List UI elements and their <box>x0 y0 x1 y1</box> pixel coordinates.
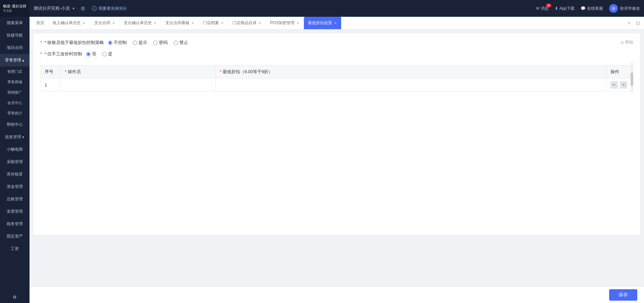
sidebar-item-label: 采购管理 <box>1 159 28 165</box>
tab-close-icon[interactable]: × <box>191 21 195 26</box>
manual-only-no[interactable]: 否 <box>86 51 96 57</box>
sidebar-item-invoice-manage[interactable]: 发票管理 <box>0 205 30 218</box>
sidebar-item-help-center[interactable]: 帮助中心 <box>0 118 30 131</box>
sidebar-item-member-center[interactable]: 会员中心 <box>0 98 30 108</box>
table-scrollbar-thumb <box>631 72 633 86</box>
cashier-policy-password-label: 密码 <box>159 40 168 46</box>
tab-label: 门店商品目录 <box>232 20 257 26</box>
table-header-row: 序号 * 操作员 * 最低折扣（9.00等于9折） 操作 <box>41 65 633 79</box>
service-icon: 💬 <box>581 6 586 11</box>
sidebar-settings-button[interactable]: ⚙ <box>0 291 30 303</box>
discount-table: 序号 * 操作员 * 最低折扣（9.00等于9折） 操作 <box>40 65 633 92</box>
sidebar-item-purchase-manage[interactable]: 采购管理 <box>0 156 30 168</box>
tab-label: 门店档案 <box>203 20 219 26</box>
tab-pos-password[interactable]: POS加密管理 × <box>266 17 304 30</box>
sidebar-item-payroll[interactable]: 工资 <box>0 243 30 255</box>
sidebar-item-label: 智慧门店 <box>1 69 28 74</box>
sidebar-item-search[interactable]: 搜索菜单 <box>0 17 30 29</box>
demo-link[interactable]: ○ 我要看实例演示 <box>92 6 127 11</box>
user-profile[interactable]: 徐 徐泽华修改 <box>609 4 640 13</box>
tab-label: 首页 <box>36 20 44 26</box>
sidebar-item-label: 零售统计 <box>1 111 28 116</box>
cashier-policy-forbid[interactable]: 禁止 <box>174 40 188 46</box>
tab-payment-board[interactable]: 支出合同看板 × <box>161 17 199 30</box>
sidebar-item-inventory[interactable]: 库存核算 <box>0 168 30 181</box>
table-scrollbar[interactable] <box>631 62 633 92</box>
help-link[interactable]: ⊙ 帮助 <box>621 40 633 45</box>
tab-close-icon[interactable]: × <box>112 21 115 26</box>
tab-min-discount[interactable]: 最低折扣设置 × <box>304 17 341 30</box>
sidebar-item-label: 小畅电商 <box>1 147 28 152</box>
table-cell-operator[interactable] <box>61 79 216 92</box>
col-header-action: 操作 <box>606 65 633 79</box>
col-header-seq: 序号 <box>41 65 61 79</box>
tab-payment-confirm[interactable]: 支出确认单历史 × <box>120 17 161 30</box>
sidebar-item-tax-manage[interactable]: 税务管理 <box>0 218 30 230</box>
app-download-button[interactable]: ⬇ App下载 <box>555 6 575 11</box>
sidebar-item-retail-manage[interactable]: 零售管理 ▲ <box>0 54 30 66</box>
sidebar-item-wholesale-manage[interactable]: 批发管理 ▼ <box>0 131 30 143</box>
username-label: 徐泽华修改 <box>620 6 640 11</box>
cashier-policy-no-control[interactable]: 不控制 <box>108 40 127 46</box>
messages-button[interactable]: ✉ 消息 8 <box>536 6 549 11</box>
sidebar-item-label: 工资 <box>1 246 28 252</box>
download-icon: ⬇ <box>555 6 558 11</box>
tabbar: 首页 收入确认单历史 × 支出合同 × 支出确认单历史 × 支出合同看板 × 门… <box>30 17 644 30</box>
sidebar-item-retail-stats[interactable]: 零售统计 <box>0 108 30 118</box>
page-card: ⊙ 帮助 * * 收银员低于最低折扣控制策略 不控制 提示 <box>34 34 640 235</box>
app-logo: 畅捷·通好业财 专业版 <box>0 0 30 17</box>
sidebar-item-online-store[interactable]: 零售商城 <box>0 77 30 87</box>
tab-close-icon[interactable]: × <box>258 21 262 26</box>
app-edition-badge: 专业版 <box>3 9 26 13</box>
sidebar-item-marketing[interactable]: 营销推广 <box>0 87 30 98</box>
tab-home[interactable]: 首页 <box>32 17 49 30</box>
settings-icon[interactable]: ⚙ <box>80 5 85 12</box>
tab-expand-button[interactable]: ⊡ <box>635 20 641 27</box>
tab-close-icon[interactable]: × <box>220 21 224 26</box>
help-text: 帮助 <box>625 40 633 45</box>
sidebar-item-ecommerce[interactable]: 小畅电商 <box>0 143 30 156</box>
sidebar-item-label: 快捷导航 <box>1 33 28 38</box>
cashier-policy-no-control-label: 不控制 <box>114 40 127 46</box>
delete-icon[interactable]: ✕ <box>620 81 627 89</box>
sidebar-item-label: 发票管理 <box>1 209 28 214</box>
sidebar-item-quick-nav[interactable]: 快捷导航 <box>0 29 30 42</box>
sidebar-item-accounting[interactable]: 总账管理 <box>0 193 30 205</box>
edit-icon[interactable]: ✏ <box>610 81 618 89</box>
tab-close-icon[interactable]: × <box>333 21 337 26</box>
manual-only-yes[interactable]: 是 <box>102 51 112 57</box>
tab-store-archive[interactable]: 门店档案 × <box>199 17 228 30</box>
table-cell-action: ✏ ✕ <box>606 79 633 92</box>
tab-close-all-button[interactable]: × <box>627 20 632 27</box>
topbar: 测试分开完程-小况 ▼ ⚙ ○ 我要看实例演示 ✉ 消息 8 ⬇ App下载 💬… <box>30 0 644 17</box>
chevron-down-icon: ▼ <box>72 7 75 10</box>
sidebar-item-label: 固定资产 <box>1 234 28 239</box>
online-service-button[interactable]: 💬 在线客服 <box>581 6 603 11</box>
save-button[interactable]: 保存 <box>609 289 637 301</box>
sidebar-item-smart-store[interactable]: 智慧门店 <box>0 66 30 77</box>
sidebar-item-capital-manage[interactable]: 资金管理 <box>0 181 30 193</box>
demo-text: 我要看实例演示 <box>99 6 127 11</box>
tab-close-icon[interactable]: × <box>153 21 157 26</box>
project-selector[interactable]: 测试分开完程-小况 ▼ <box>34 5 75 11</box>
tab-store-goods[interactable]: 门店商品目录 × <box>228 17 266 30</box>
tab-label: 支出合同 <box>94 20 110 26</box>
manual-only-options: 否 是 <box>86 51 112 57</box>
message-icon: ✉ <box>536 6 539 11</box>
cashier-policy-password[interactable]: 密码 <box>153 40 168 46</box>
sidebar-item-project-contract[interactable]: 项目合同 <box>0 42 30 54</box>
tab-close-icon[interactable]: × <box>296 21 300 26</box>
sidebar-item-fixed-assets[interactable]: 固定资产 <box>0 230 30 243</box>
sidebar-item-label: 项目合同 <box>1 45 28 51</box>
sidebar-item-label: 批发管理 <box>5 134 21 140</box>
table-cell-seq: 1 <box>41 79 61 92</box>
table-cell-min-discount[interactable] <box>216 79 606 92</box>
messages-badge: 8 <box>546 4 551 7</box>
main-area: 测试分开完程-小况 ▼ ⚙ ○ 我要看实例演示 ✉ 消息 8 ⬇ App下载 💬… <box>30 0 644 303</box>
tab-payment-contract[interactable]: 支出合同 × <box>90 17 120 30</box>
cashier-policy-remind[interactable]: 提示 <box>133 40 147 46</box>
tab-close-icon[interactable]: × <box>82 21 86 26</box>
tab-label: 支出确认单历史 <box>124 20 152 26</box>
sidebar-item-label: 帮助中心 <box>1 122 28 128</box>
tab-income-confirm[interactable]: 收入确认单历史 × <box>49 17 90 30</box>
